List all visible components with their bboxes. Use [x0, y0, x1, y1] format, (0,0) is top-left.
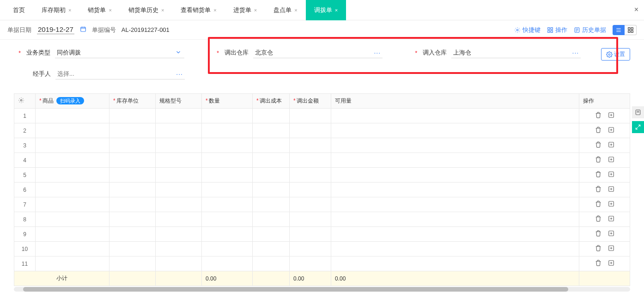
col-qty: *数量 [202, 94, 253, 109]
docno-value: AL-20191227-001 [122, 26, 170, 33]
table-row[interactable]: 2 [14, 123, 630, 138]
tab-sales-history[interactable]: 销货单历史× [120, 0, 172, 20]
svg-rect-8 [631, 27, 633, 29]
delete-row-icon[interactable] [595, 186, 601, 194]
close-all-icon[interactable]: × [634, 6, 638, 14]
horizontal-scrollbar[interactable] [14, 287, 630, 292]
settings-button[interactable]: 设置 [601, 48, 630, 61]
svg-rect-9 [628, 31, 630, 32]
delete-row-icon[interactable] [595, 201, 601, 208]
table-row[interactable]: 8 [14, 212, 630, 227]
svg-point-12 [20, 99, 22, 101]
col-spec: 规格型号 [156, 94, 202, 109]
calendar-icon[interactable] [80, 26, 86, 34]
docno-label: 单据编号 [92, 26, 116, 34]
delete-row-icon[interactable] [595, 171, 601, 179]
svg-rect-2 [548, 27, 550, 29]
gear-header[interactable] [14, 94, 36, 109]
close-icon[interactable]: × [68, 7, 71, 13]
table-row[interactable]: 3 [14, 138, 630, 153]
delete-row-icon[interactable] [595, 260, 601, 268]
operate-link[interactable]: 操作 [547, 26, 567, 34]
biz-type-input[interactable] [55, 47, 184, 58]
svg-point-1 [516, 29, 518, 31]
table-row[interactable]: 9 [14, 227, 630, 242]
table-row[interactable]: 7 [14, 197, 630, 212]
handler-input[interactable] [55, 68, 185, 79]
side-expand-button[interactable] [632, 121, 644, 133]
table-row[interactable]: 10 [14, 242, 630, 256]
toolbar: 单据日期 2019-12-27 单据编号 AL-20191227-001 快捷键… [0, 20, 644, 40]
more-icon[interactable]: ··· [572, 49, 579, 56]
add-row-icon[interactable] [608, 201, 614, 208]
close-icon[interactable]: × [335, 7, 338, 13]
subtotal-row: 小计 0.00 0.00 0.00 [14, 271, 630, 286]
tab-home[interactable]: 首页 [5, 0, 33, 20]
add-row-icon[interactable] [608, 171, 614, 179]
delete-row-icon[interactable] [595, 141, 601, 149]
svg-rect-7 [628, 27, 630, 29]
required-icon: * [415, 49, 417, 56]
close-icon[interactable]: × [161, 7, 164, 13]
tab-inventory-init[interactable]: 库存期初× [33, 0, 79, 20]
side-float [632, 106, 644, 133]
tab-sales-order[interactable]: 销货单× [79, 0, 120, 20]
date-value[interactable]: 2019-12-27 [37, 25, 74, 34]
tab-view-sales[interactable]: 查看销货单× [172, 0, 225, 20]
view-toggle [613, 25, 637, 35]
more-icon[interactable]: ··· [176, 70, 183, 78]
add-row-icon[interactable] [608, 156, 614, 164]
tab-stocktake[interactable]: 盘点单× [265, 0, 305, 20]
delete-row-icon[interactable] [595, 156, 601, 164]
view-list-button[interactable] [613, 25, 625, 35]
add-row-icon[interactable] [608, 260, 614, 268]
table-row[interactable]: 11 [14, 256, 630, 271]
col-product: *商品扫码录入 [36, 94, 109, 109]
table-row[interactable]: 5 [14, 168, 630, 183]
delete-row-icon[interactable] [595, 112, 601, 120]
side-note-button[interactable] [632, 106, 644, 118]
handler-label: 经手人 [23, 70, 51, 78]
svg-rect-0 [80, 27, 85, 31]
delete-row-icon[interactable] [595, 215, 601, 223]
chevron-down-icon[interactable] [175, 49, 182, 57]
delete-row-icon[interactable] [595, 127, 601, 134]
add-row-icon[interactable] [608, 112, 614, 120]
svg-point-11 [608, 54, 610, 55]
out-wh-label: 调出仓库 [221, 49, 249, 57]
close-icon[interactable]: × [254, 7, 257, 13]
date-label: 单据日期 [7, 26, 31, 34]
col-out-cost: *调出成本 [253, 94, 290, 109]
more-icon[interactable]: ··· [374, 49, 381, 56]
tab-transfer[interactable]: 调拨单× [306, 0, 346, 20]
biz-type-label: 业务类型 [23, 49, 50, 57]
table-row[interactable]: 4 [14, 153, 630, 168]
add-row-icon[interactable] [608, 127, 614, 134]
close-icon[interactable]: × [109, 7, 111, 13]
col-unit: *库存单位 [109, 94, 156, 109]
out-warehouse-input[interactable] [253, 47, 383, 58]
form-area: * 业务类型 * 调出仓库 ··· * 调入仓库 ··· 经手人 ··· 设置 [0, 40, 644, 93]
view-grid-button[interactable] [625, 25, 637, 35]
tab-purchase[interactable]: 进货单× [225, 0, 265, 20]
table-row[interactable]: 1 [14, 109, 630, 123]
delete-row-icon[interactable] [595, 230, 601, 238]
add-row-icon[interactable] [608, 141, 614, 149]
add-row-icon[interactable] [608, 215, 614, 223]
add-row-icon[interactable] [608, 230, 614, 238]
add-row-icon[interactable] [608, 186, 614, 194]
close-icon[interactable]: × [213, 7, 216, 13]
in-warehouse-input[interactable] [451, 47, 581, 58]
table-container: *商品扫码录入 *库存单位 规格型号 *数量 *调出成本 *调出金额 可用量 操… [0, 93, 644, 286]
svg-rect-10 [631, 31, 633, 32]
col-operate: 操作 [579, 94, 630, 109]
history-link[interactable]: 历史单据 [574, 26, 606, 34]
close-icon[interactable]: × [294, 7, 297, 13]
shortcut-link[interactable]: 快捷键 [514, 26, 541, 34]
delete-row-icon[interactable] [595, 245, 601, 253]
table-row[interactable]: 6 [14, 183, 630, 197]
tabs-bar: 首页 库存期初× 销货单× 销货单历史× 查看销货单× 进货单× 盘点单× 调拨… [0, 0, 644, 20]
required-icon: * [18, 49, 21, 56]
add-row-icon[interactable] [608, 245, 614, 253]
scan-badge[interactable]: 扫码录入 [56, 97, 84, 104]
